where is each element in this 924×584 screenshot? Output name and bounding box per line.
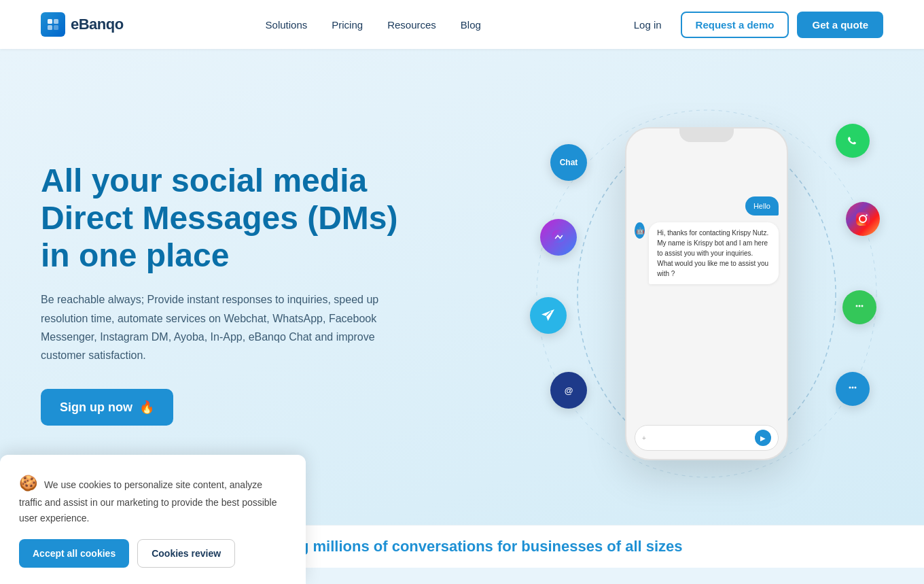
logo[interactable]: eBanqo	[41, 12, 124, 37]
phone-screen: Hello 🤖 Hi, thanks for contacting Krispy…	[626, 142, 787, 432]
accept-cookies-button[interactable]: Accept all cookies	[19, 539, 129, 568]
login-button[interactable]: Log in	[623, 14, 673, 36]
whatsapp-platform-icon	[836, 124, 870, 158]
phone-input-bar[interactable]: + ▶	[635, 425, 779, 451]
navbar: eBanqo Solutions Pricing Resources Blog …	[0, 0, 924, 49]
nav-resources[interactable]: Resources	[387, 19, 436, 31]
signup-emoji: 🔥	[139, 400, 154, 415]
instagram-platform-icon	[846, 202, 880, 236]
svg-point-6	[845, 133, 860, 148]
nav-pricing[interactable]: Pricing	[332, 19, 363, 31]
svg-point-11	[859, 305, 861, 307]
telegram-platform-icon	[530, 297, 567, 334]
bot-avatar: 🤖	[635, 222, 645, 239]
brand-name: eBanqo	[71, 16, 124, 33]
phone-notch	[679, 128, 734, 142]
chat-label: Chat	[560, 158, 578, 167]
chat-message-bot: Hi, thanks for contacting Krispy Nutz. M…	[649, 222, 779, 284]
send-button-icon[interactable]: ▶	[755, 430, 771, 446]
cookie-buttons: Accept all cookies Cookies review	[19, 539, 287, 568]
cookie-text: 🍪 We use cookies to personalize site con…	[19, 471, 287, 526]
add-attachment-icon[interactable]: +	[642, 434, 693, 442]
nav-links: Solutions Pricing Resources Blog	[266, 19, 481, 31]
cookie-description: We use cookies to personalize site conte…	[19, 479, 277, 523]
svg-point-14	[852, 387, 854, 389]
svg-rect-7	[856, 212, 870, 226]
svg-rect-3	[54, 25, 58, 30]
nav-blog[interactable]: Blog	[461, 19, 481, 31]
signup-button[interactable]: Sign up now 🔥	[41, 389, 173, 426]
request-demo-button[interactable]: Request a demo	[681, 12, 789, 38]
cookie-icon: 🍪	[19, 475, 37, 492]
ayoba-label: @	[565, 385, 573, 396]
get-quote-button[interactable]: Get a quote	[797, 12, 883, 38]
svg-point-9	[866, 214, 867, 216]
signup-label: Sign up now	[60, 400, 132, 415]
logo-icon	[41, 12, 65, 37]
svg-rect-0	[48, 19, 52, 24]
hero-description: Be reachable always; Provide instant res…	[41, 290, 421, 364]
hero-illustration: Hello 🤖 Hi, thanks for contacting Krispy…	[530, 103, 883, 484]
svg-point-13	[849, 387, 851, 389]
nav-solutions[interactable]: Solutions	[266, 19, 308, 31]
cookie-banner: 🍪 We use cookies to personalize site con…	[0, 455, 306, 568]
svg-point-12	[861, 305, 864, 307]
chat-message-hello: Hello	[745, 196, 779, 216]
hero-title: All your social media Direct Messages (D…	[41, 162, 421, 275]
bottom-bar-text: Powering millions of conversations for b…	[241, 538, 682, 555]
webchat-platform-icon	[836, 372, 870, 406]
cookies-review-button[interactable]: Cookies review	[137, 539, 235, 568]
chat-platform-icon: Chat	[550, 144, 587, 181]
ayoba-platform-icon: @	[550, 372, 587, 409]
hero-section: All your social media Direct Messages (D…	[0, 49, 924, 525]
messenger-platform-icon	[540, 219, 577, 256]
svg-point-15	[855, 387, 857, 389]
nav-right: Log in Request a demo Get a quote	[623, 12, 883, 38]
sms-platform-icon	[842, 290, 876, 324]
svg-rect-2	[48, 25, 52, 30]
phone-mockup: Hello 🤖 Hi, thanks for contacting Krispy…	[625, 127, 788, 460]
bottom-bar-highlight: millions of conversations for businesses…	[313, 538, 683, 555]
svg-point-10	[856, 305, 858, 307]
svg-rect-1	[54, 19, 58, 24]
hero-content: All your social media Direct Messages (D…	[41, 162, 421, 426]
